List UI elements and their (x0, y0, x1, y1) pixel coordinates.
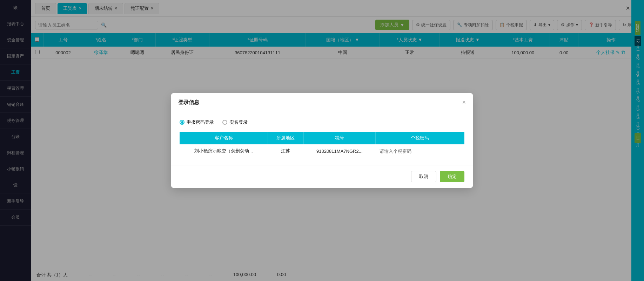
dialog-cell-kehu: 刘小艳演示账套（勿删勿动... (180, 144, 268, 158)
dialog-col-suoshu: 所属地区 (268, 132, 304, 144)
dialog-table: 客户名称 所属地区 税号 个税密码 刘小艳演示账套（勿删勿动... 江苏 913… (180, 132, 464, 158)
dialog-cell-mima[interactable] (375, 144, 464, 158)
dialog-cell-shuihao: 91320811MA7NGR2... (303, 144, 375, 158)
dialog-close-button[interactable]: × (462, 99, 466, 106)
dialog-footer: 取消 确定 (171, 165, 473, 188)
radio-shiming[interactable]: 实名登录 (222, 119, 248, 125)
dialog-header: 登录信息 × (171, 93, 473, 112)
dialog-cell-suoshu: 江苏 (268, 144, 304, 158)
dialog-col-geshuimima: 个税密码 (375, 132, 464, 144)
dialog-title: 登录信息 (178, 99, 199, 106)
dialog-col-shuihao: 税号 (303, 132, 375, 144)
cancel-button[interactable]: 取消 (411, 171, 436, 182)
geshuimima-input[interactable] (380, 149, 460, 154)
radio-group: 申报密码登录 实名登录 (180, 119, 464, 125)
login-dialog: 登录信息 × 申报密码登录 实名登录 客户名称 所属 (171, 93, 473, 188)
confirm-button[interactable]: 确定 (440, 171, 464, 182)
dialog-body: 申报密码登录 实名登录 客户名称 所属地区 税号 个税密码 (171, 112, 473, 165)
dialog-col-kehu: 客户名称 (180, 132, 268, 144)
radio-shenbao[interactable]: 申报密码登录 (180, 119, 214, 125)
dialog-overlay: 登录信息 × 申报密码登录 实名登录 客户名称 所属 (0, 0, 644, 281)
dialog-table-row: 刘小艳演示账套（勿删勿动... 江苏 91320811MA7NGR2... (180, 144, 464, 158)
radio-dot-shiming (222, 120, 227, 125)
radio-dot-shenbao (180, 120, 185, 125)
